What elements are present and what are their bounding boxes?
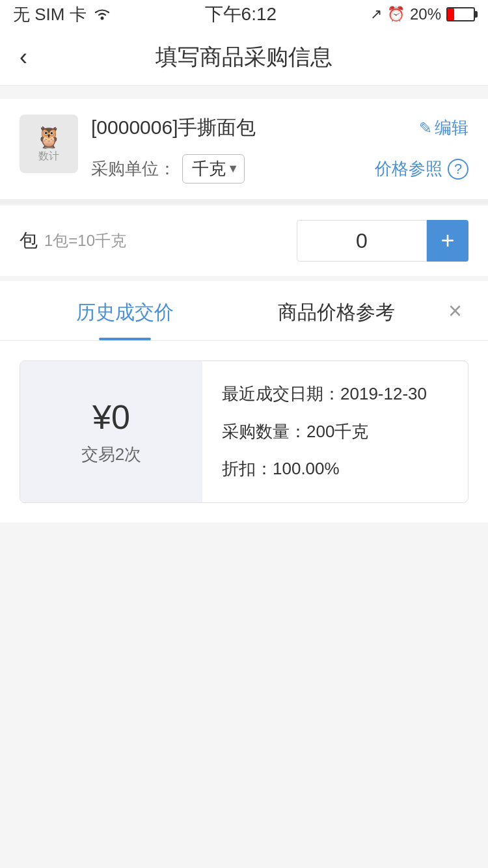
unit-conversion: 1包=10千克 (44, 230, 126, 251)
price-value: 0 (111, 398, 130, 436)
status-time: 下午6:12 (205, 2, 277, 27)
edit-label: 编辑 (435, 116, 468, 139)
tab-close-button[interactable]: × (442, 297, 468, 325)
carrier-text: 无 SIM 卡 (13, 3, 87, 26)
tabs-header: 历史成交价 商品价格参考 × (0, 281, 488, 341)
unit-value: 千克 (192, 157, 226, 180)
purchase-unit-label: 采购单位： (91, 157, 176, 180)
location-icon: ↗ (370, 6, 382, 23)
trade-count: 交易2次 (81, 443, 141, 466)
price-ref-button[interactable]: 价格参照 ? (375, 157, 468, 180)
price-card: ¥0 交易2次 最近成交日期：2019-12-30 采购数量：200千克 折扣：… (20, 360, 468, 503)
product-logo-text: 数计 (38, 150, 59, 163)
edit-button[interactable]: ✎ 编辑 (419, 116, 468, 139)
battery-icon (446, 7, 475, 21)
tab-history-price[interactable]: 历史成交价 (20, 281, 230, 340)
currency-symbol: ¥ (92, 398, 111, 436)
discount-label: 折扣： (222, 459, 273, 478)
status-left: 无 SIM 卡 (13, 3, 111, 26)
purchase-qty-label: 采购数量： (222, 422, 306, 441)
price-ref-help-icon: ? (448, 159, 468, 180)
status-right: ↗ ⏰ 20% (370, 5, 475, 23)
close-icon: × (448, 297, 462, 325)
tab-product-price-ref-label: 商品价格参考 (278, 301, 395, 323)
back-button[interactable]: ‹ (20, 44, 27, 71)
page-title: 填写商品采购信息 (156, 42, 332, 72)
edit-pencil-icon: ✎ (419, 119, 432, 137)
tab-history-price-label: 历史成交价 (76, 301, 174, 323)
tab-product-price-ref[interactable]: 商品价格参考 (230, 281, 441, 340)
product-logo-icon: 🦉 (36, 125, 62, 150)
discount-value: 100.00% (273, 459, 340, 478)
quantity-input[interactable]: 0 (297, 220, 427, 262)
quantity-value: 0 (356, 229, 368, 253)
history-price-content: ¥0 交易2次 最近成交日期：2019-12-30 采购数量：200千克 折扣：… (0, 341, 488, 522)
quantity-plus-button[interactable]: + (427, 220, 468, 262)
quantity-control: 0 + (297, 220, 468, 262)
alarm-icon: ⏰ (387, 6, 405, 23)
recent-date-row: 最近成交日期：2019-12-30 (222, 381, 448, 408)
product-full-name: [0000006]手撕面包 (91, 115, 256, 141)
price-amount: ¥0 (92, 398, 130, 437)
price-ref-label: 价格参照 (375, 157, 442, 180)
plus-icon: + (441, 227, 454, 254)
price-card-right: 最近成交日期：2019-12-30 采购数量：200千克 折扣：100.00% (202, 361, 468, 502)
status-bar: 无 SIM 卡 下午6:12 ↗ ⏰ 20% (0, 0, 488, 29)
product-card: 🦉 数计 [0000006]手撕面包 ✎ 编辑 采购单位： 千克 (0, 99, 488, 199)
unit-badge: 包 (20, 228, 38, 253)
price-card-left: ¥0 交易2次 (20, 361, 202, 502)
product-info: [0000006]手撕面包 ✎ 编辑 采购单位： 千克 价格参照 ? (91, 115, 468, 183)
product-image: 🦉 数计 (20, 115, 78, 173)
battery-percent: 20% (410, 5, 441, 23)
page-header: ‹ 填写商品采购信息 (0, 29, 488, 86)
tabs-section: 历史成交价 商品价格参考 × ¥0 交易2次 最近成交日期：2019-12-30… (0, 281, 488, 522)
purchase-qty-row: 采购数量：200千克 (222, 418, 448, 446)
wifi-icon (93, 5, 111, 25)
svg-point-0 (100, 16, 103, 20)
discount-row: 折扣：100.00% (222, 455, 448, 483)
main-background (0, 522, 488, 868)
quantity-section: 包 1包=10千克 0 + (0, 206, 488, 276)
recent-date-label: 最近成交日期： (222, 384, 340, 403)
unit-select[interactable]: 千克 (182, 154, 245, 183)
purchase-qty-value: 200千克 (306, 422, 368, 441)
recent-date-value: 2019-12-30 (340, 384, 427, 403)
divider (0, 199, 488, 204)
